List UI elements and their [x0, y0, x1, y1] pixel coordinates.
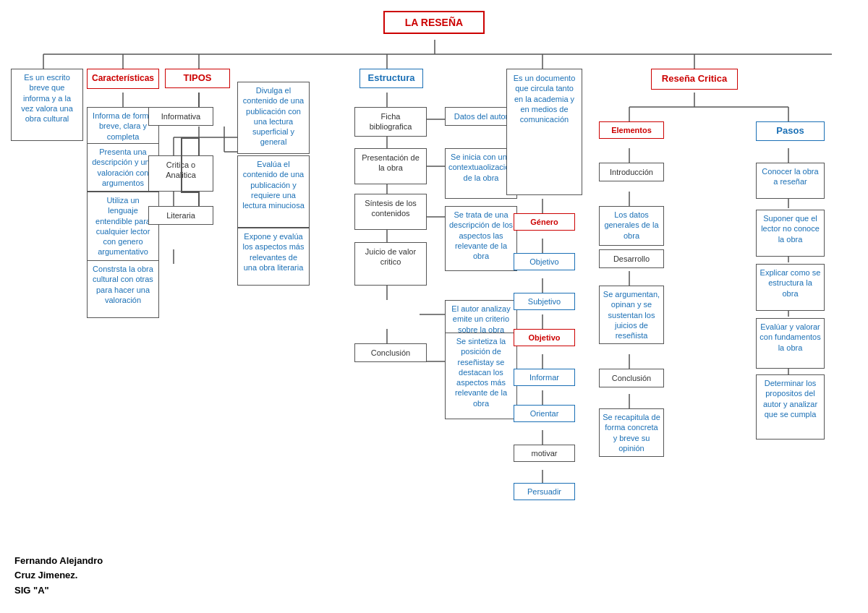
conclusion-rc-box: Conclusión	[599, 369, 664, 387]
explicar-box: Explicar como se estructura la obra	[756, 264, 825, 311]
informar-box: Informar	[514, 369, 575, 386]
footer-line3: SIG "A"	[14, 583, 103, 599]
sintetiza-box: Se sintetiza la posición de reseñistay s…	[445, 333, 517, 419]
concept-map: LA RESEÑA Es un escrito breve que inform…	[0, 0, 868, 506]
conclusion-e-box: Conclusión	[354, 343, 427, 362]
orientar-box: Orientar	[514, 405, 575, 422]
persuadir-box: Persuadir	[514, 483, 575, 500]
main-title: LA RESEÑA	[383, 11, 485, 34]
documento-box: Es un documento que circula tanto en la …	[506, 69, 582, 195]
resena-critica-header: Reseña Critica	[651, 69, 738, 90]
se-recapitula-box: Se recapitula de forma concreta y breve …	[599, 408, 664, 457]
def-box: Es un escrito breve que informa y a la v…	[11, 69, 83, 141]
caracteristicas-header: Características	[87, 69, 159, 89]
footer: Fernando Alejandro Cruz Jimenez. SIG "A"	[14, 554, 103, 599]
genero-box: Género	[514, 213, 575, 231]
car4-box: Constrsta la obra cultural con otras par…	[87, 260, 159, 318]
tipo-desc3: Expone y evalúa los aspectos más relevan…	[237, 228, 310, 286]
presentacion-box: Presentación de la obra	[354, 148, 427, 184]
tipo-desc2: Evalúa el contenido de una publicación y…	[237, 155, 310, 228]
trata-box: Se trata de una descripción de los aspec…	[445, 206, 517, 271]
se-argumentan-box: Se argumentan, opinan y se sustentan los…	[599, 286, 664, 344]
sintesis-box: Síntesis de los contenidos	[354, 194, 427, 230]
car3-box: Utiliza un lenguaje entendible para cual…	[87, 192, 159, 261]
tipo-desc1: Divulga el contenido de una publicación …	[237, 82, 310, 154]
datos-generales-box: Los datos generales de la obra	[599, 206, 664, 246]
introduccion-box: Introducción	[599, 163, 664, 181]
elementos-header: Elementos	[599, 121, 664, 139]
literaria-box: Literaria	[148, 206, 213, 225]
informativa-box: Informativa	[148, 107, 213, 126]
conocer-box: Conocer la obra a reseñar	[756, 163, 825, 199]
ficha-box: Ficha bibliografica	[354, 107, 427, 137]
evaluar-box: Evalúar y valorar con fundamentos la obr…	[756, 318, 825, 369]
footer-line1: Fernando Alejandro	[14, 554, 103, 569]
motivar-box: motivar	[514, 445, 575, 462]
estructura-header: Estructura	[359, 69, 423, 88]
desarrollo-box: Desarrollo	[599, 249, 664, 268]
tipos-header: TIPOS	[165, 69, 230, 88]
juicio-box: Juicio de valor critico	[354, 242, 427, 286]
objetivo-r-box: Objetivo	[514, 329, 575, 346]
pasos-header: Pasos	[756, 121, 825, 141]
footer-line2: Cruz Jimenez.	[14, 568, 103, 583]
subjetivo-box: Subjetivo	[514, 293, 575, 310]
determinar-box: Determinar los propositos del autor y an…	[756, 374, 825, 440]
objetivo-g-box: Objetivo	[514, 253, 575, 270]
suponer-box: Suponer que el lector no conoce la obra	[756, 210, 825, 257]
